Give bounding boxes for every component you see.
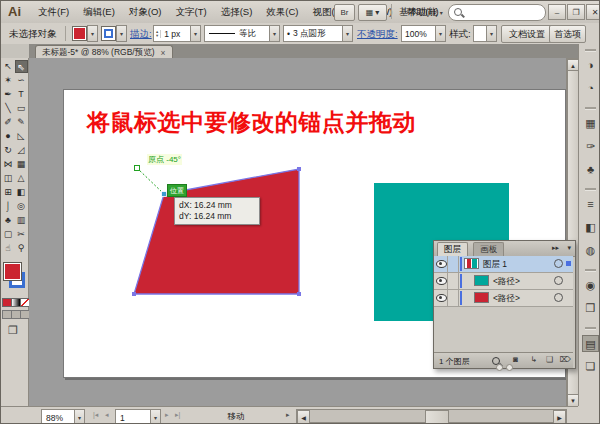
tool-width[interactable]: ⋈ [2, 158, 15, 171]
tool-rotate[interactable]: ↻ [2, 144, 15, 157]
dock-color-guide-icon[interactable]: ◔ [582, 80, 599, 97]
target-circle-icon[interactable] [554, 276, 563, 285]
zoom-level-dropdown[interactable]: ▾ [74, 409, 85, 424]
anchor-point[interactable] [132, 292, 136, 296]
dock-stroke-icon[interactable]: ≡ [582, 196, 599, 213]
dock-brushes-icon[interactable]: ✑ [582, 138, 599, 155]
tool-slice[interactable]: ✂ [15, 228, 28, 241]
document-tab[interactable]: 未标题-5* @ 88% (RGB/预览) × [35, 45, 173, 59]
next-artboard-icon[interactable]: ▸ [165, 411, 169, 419]
panel-resize-grip[interactable] [506, 364, 513, 371]
visibility-cell[interactable] [434, 290, 448, 306]
menu-object[interactable]: 对象(O) [122, 6, 169, 19]
style-field[interactable] [473, 25, 487, 42]
tool-scale[interactable]: ◿ [15, 144, 28, 157]
lock-cell[interactable] [447, 256, 459, 272]
tool-blob-brush[interactable]: ● [2, 130, 15, 143]
stroke-weight-dropdown[interactable]: ▾ [190, 25, 201, 42]
dragged-anchor-point[interactable] [162, 192, 167, 197]
dock-group-handle[interactable] [585, 269, 596, 272]
fill-color-swatch[interactable] [72, 26, 87, 41]
dock-gradient-icon[interactable]: ◧ [582, 219, 599, 236]
tool-column-graph[interactable]: ▥ [15, 214, 28, 227]
tool-pen[interactable]: ✒ [2, 88, 15, 101]
tool-hand[interactable]: ☝ [2, 242, 15, 255]
last-artboard-icon[interactable]: ▸| [175, 411, 180, 419]
fill-color-dropdown[interactable]: ▾ [87, 25, 98, 42]
layer-row[interactable]: ▼图层 1 [434, 256, 573, 273]
artboard-number-dropdown[interactable]: ▾ [150, 409, 161, 424]
target-circle-icon[interactable] [554, 293, 563, 302]
new-sublayer-icon[interactable]: ↳ [527, 354, 540, 366]
tool-shape-builder[interactable]: ◫ [2, 172, 15, 185]
dock-artboards-icon[interactable]: ❏ [582, 358, 599, 375]
bridge-button[interactable]: Br [334, 4, 355, 21]
lock-cell[interactable] [447, 290, 459, 306]
previous-artboard-icon[interactable]: ◂ [105, 411, 109, 419]
tool-type[interactable]: T [15, 88, 28, 101]
stepper-icon[interactable]: ▴▾ [154, 30, 161, 38]
tab-close-icon[interactable]: × [161, 48, 166, 58]
menu-edit[interactable]: 编辑(E) [76, 6, 122, 19]
layer-thumbnail[interactable] [474, 292, 489, 303]
opacity-panel-link[interactable]: 不透明度: [357, 28, 398, 41]
preferences-button[interactable]: 首选项 [549, 25, 586, 43]
minimize-button[interactable]: – [548, 4, 566, 20]
tool-mesh[interactable]: ⊞ [2, 186, 15, 199]
brush-dropdown[interactable]: ▾ [342, 25, 353, 42]
opacity-dropdown[interactable]: ▾ [435, 25, 446, 42]
anchor-point[interactable] [297, 167, 301, 171]
lock-cell[interactable] [447, 273, 459, 289]
dock-group-handle[interactable] [585, 188, 596, 191]
panel-menu-icon[interactable]: ▾ [567, 244, 571, 252]
layer-name[interactable]: <路径> [493, 293, 520, 305]
close-button[interactable]: ✕ [586, 4, 600, 20]
dock-color-icon[interactable]: ◑ [582, 57, 599, 74]
anchor-point[interactable] [297, 292, 301, 296]
scroll-left-icon[interactable]: ◀ [297, 410, 310, 424]
tool-direct-selection[interactable]: ⇖ [15, 60, 28, 73]
brush-field[interactable]: • 3 点圆形 [283, 25, 343, 42]
scroll-right-icon[interactable]: ▶ [553, 410, 566, 424]
tool-zoom[interactable]: ⚲ [15, 242, 28, 255]
panel-resize-grip[interactable] [496, 364, 503, 371]
width-profile-dropdown[interactable]: ▾ [269, 25, 280, 42]
restore-button[interactable]: ❐ [567, 4, 585, 20]
eye-icon[interactable] [436, 260, 447, 268]
workspace-switcher[interactable]: 基本功能 ▾ [399, 6, 443, 19]
horizontal-scrollbar[interactable]: ◀ ▶ [296, 409, 567, 423]
dock-symbols-icon[interactable]: ♣ [582, 161, 599, 178]
tool-paintbrush[interactable]: ✐ [2, 116, 15, 129]
first-artboard-icon[interactable]: |◂ [93, 411, 98, 419]
menu-type[interactable]: 文字(T) [169, 6, 214, 19]
layer-name[interactable]: 图层 1 [483, 259, 507, 271]
window-resize-corner[interactable] [578, 406, 600, 424]
menu-select[interactable]: 选择(S) [214, 6, 260, 19]
tab-layers[interactable]: 图层 [437, 242, 468, 257]
dock-group-handle[interactable] [585, 49, 596, 52]
fill-proxy-swatch[interactable] [3, 262, 22, 281]
dock-transparency-icon[interactable]: ◍ [582, 242, 599, 259]
stroke-weight-field[interactable]: ▴▾ 1 px [153, 25, 191, 42]
red-path-shape[interactable] [134, 169, 299, 294]
stroke-color-swatch[interactable] [101, 26, 116, 41]
delete-layer-icon[interactable]: ⌦ [559, 354, 572, 366]
dock-group-handle[interactable] [585, 327, 596, 330]
tool-pencil[interactable]: ✎ [15, 116, 28, 129]
visibility-cell[interactable] [434, 256, 448, 272]
layer-thumbnail[interactable] [464, 258, 479, 269]
layer-row[interactable]: <路径> [434, 290, 573, 307]
opacity-field[interactable]: 100% [401, 25, 436, 42]
tool-blend[interactable]: ◎ [15, 200, 28, 213]
dock-appearance-icon[interactable]: ◉ [582, 277, 599, 294]
panel-collapse-icon[interactable]: ▸▸ [552, 244, 559, 252]
tool-artboard[interactable]: ▢ [2, 228, 15, 241]
tool-selection[interactable]: ↖ [2, 60, 15, 73]
horizontal-scroll-thumb[interactable] [425, 410, 449, 424]
layer-row[interactable]: <路径> [434, 273, 573, 290]
menu-effect[interactable]: 效果(C) [259, 6, 305, 19]
eye-icon[interactable] [436, 277, 447, 285]
dock-layers-icon[interactable]: ▤ [582, 335, 599, 352]
layer-thumbnail[interactable] [474, 275, 489, 286]
arrange-documents-button[interactable]: ▦ ▾ [358, 4, 387, 21]
